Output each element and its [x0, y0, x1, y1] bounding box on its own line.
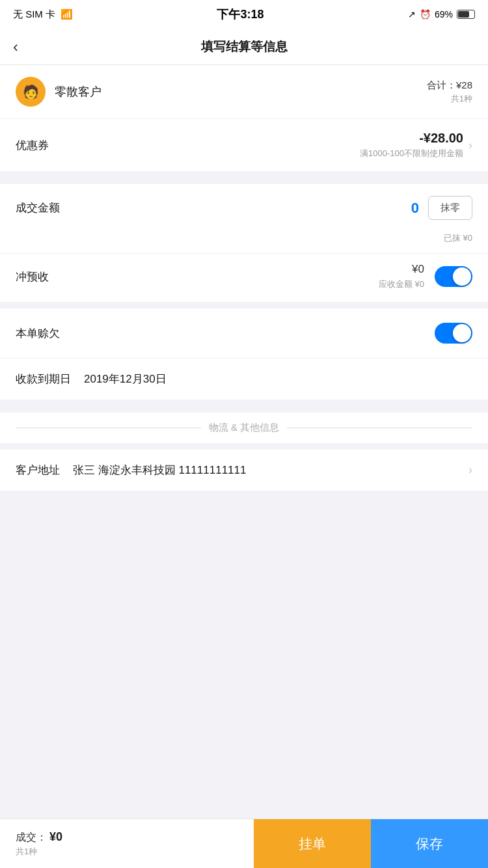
prepay-toggle[interactable] — [435, 266, 472, 287]
page-title: 填写结算等信息 — [201, 38, 288, 55]
coupon-label: 优惠券 — [16, 138, 49, 153]
status-bar: 无 SIM 卡 📶 下午3:18 ↗ ⏰ 69% — [0, 0, 488, 29]
logistics-section: 物流 & 其他信息 — [0, 413, 488, 443]
battery-percent: 69% — [435, 9, 453, 20]
coupon-desc: 满1000-100不限制使用金额 — [360, 148, 463, 159]
debit-label: 本单赊欠 — [16, 326, 60, 341]
status-left: 无 SIM 卡 📶 — [13, 8, 73, 21]
battery-icon — [457, 10, 475, 19]
bottom-count: 共1种 — [16, 846, 238, 858]
address-value: 张三 海淀永丰科技园 11111111111 — [73, 463, 450, 478]
prepay-right: ¥0 应收金额 ¥0 — [379, 263, 424, 290]
total-label: 合计：¥28 — [427, 79, 472, 92]
debit-section: 本单赊欠 收款到期日 2019年12月30日 — [0, 308, 488, 400]
due-date-row[interactable]: 收款到期日 2019年12月30日 — [0, 358, 488, 400]
deal-sub: 已抹 ¥0 — [444, 233, 472, 243]
back-button[interactable]: ‹ — [13, 38, 18, 56]
address-chevron-icon: › — [468, 463, 472, 477]
coupon-row[interactable]: 优惠券 -¥28.00 满1000-100不限制使用金额 › — [0, 118, 488, 171]
address-label: 客户地址 — [16, 463, 60, 478]
separator-1 — [0, 178, 488, 184]
address-section: 客户地址 张三 海淀永丰科技园 11111111111 › — [0, 450, 488, 491]
due-date-value: 2019年12月30日 — [84, 372, 167, 387]
separator-3 — [0, 406, 488, 413]
toggle-knob — [453, 267, 471, 286]
bottom-bar: 成交： ¥0 共1种 挂单 保存 — [0, 819, 488, 868]
logistics-header: 物流 & 其他信息 — [0, 413, 488, 443]
customer-left: 🧑 零散客户 — [16, 77, 102, 107]
deal-section: 成交金额 0 抹零 已抹 ¥0 冲预收 ¥0 应收金额 ¥0 — [0, 184, 488, 302]
prepay-label: 冲预收 — [16, 269, 49, 284]
nav-bar: ‹ 填写结算等信息 — [0, 29, 488, 65]
round-button[interactable]: 抹零 — [428, 196, 472, 220]
prepay-sub: 应收金额 ¥0 — [379, 278, 424, 290]
divider-right — [287, 427, 472, 428]
save-button[interactable]: 保存 — [371, 819, 488, 869]
due-date-label: 收款到期日 — [16, 372, 71, 387]
deal-label: 成交金额 — [16, 200, 60, 215]
content-spacer — [0, 497, 488, 627]
bottom-left: 成交： ¥0 共1种 — [0, 830, 254, 858]
total-count: 共1种 — [427, 93, 472, 105]
customer-section: 🧑 零散客户 合计：¥28 共1种 优惠券 -¥28.00 满1000-100不… — [0, 65, 488, 171]
prepay-row: 冲预收 ¥0 应收金额 ¥0 — [0, 253, 488, 302]
customer-right: 合计：¥28 共1种 — [427, 79, 472, 105]
debit-toggle-knob — [453, 324, 471, 342]
status-right: ↗ ⏰ 69% — [408, 9, 475, 20]
pending-button[interactable]: 挂单 — [254, 819, 371, 869]
divider-left — [16, 427, 201, 428]
avatar: 🧑 — [16, 77, 46, 107]
debit-toggle[interactable] — [435, 323, 472, 344]
chevron-right-icon: › — [468, 139, 472, 152]
avatar-icon: 🧑 — [23, 84, 39, 100]
no-sim-text: 无 SIM 卡 — [13, 8, 55, 21]
customer-row: 🧑 零散客户 合计：¥28 共1种 — [0, 65, 488, 118]
customer-name: 零散客户 — [55, 84, 102, 100]
deal-value[interactable]: 0 — [411, 200, 419, 217]
status-time: 下午3:18 — [217, 7, 264, 22]
location-icon: ↗ — [408, 9, 416, 20]
bottom-deal-label: 成交： — [16, 831, 47, 845]
coupon-amount: -¥28.00 — [360, 131, 463, 146]
deal-row: 成交金额 0 抹零 — [0, 184, 488, 232]
separator-2 — [0, 302, 488, 308]
prepay-amount: ¥0 — [412, 263, 424, 276]
alarm-icon: ⏰ — [420, 9, 431, 20]
bottom-deal-value: ¥0 — [49, 830, 62, 844]
logistics-label: 物流 & 其他信息 — [209, 422, 279, 434]
coupon-right: -¥28.00 满1000-100不限制使用金额 — [360, 131, 463, 159]
debit-row: 本单赊欠 — [0, 308, 488, 358]
address-row[interactable]: 客户地址 张三 海淀永丰科技园 11111111111 › — [0, 450, 488, 491]
wifi-icon: 📶 — [61, 8, 73, 20]
